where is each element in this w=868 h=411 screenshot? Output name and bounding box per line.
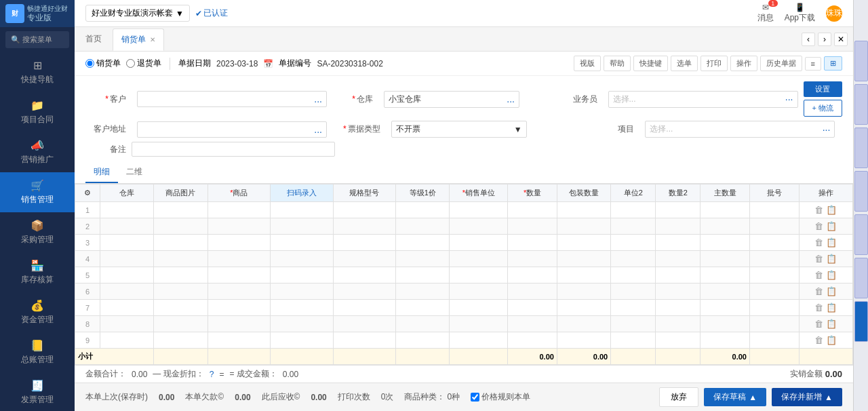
th-scan[interactable]: 扫码录入: [271, 184, 334, 202]
table-cell[interactable]: [208, 316, 271, 332]
project-input[interactable]: 选择... ···: [645, 121, 835, 138]
tab-close-button[interactable]: ✕: [150, 36, 155, 43]
btn-help[interactable]: 帮助: [604, 56, 631, 71]
table-cell[interactable]: [450, 300, 508, 316]
table-cell[interactable]: [333, 251, 396, 267]
delete-icon[interactable]: 🗑: [814, 237, 823, 248]
table-cell[interactable]: [508, 332, 557, 349]
right-panel-btn-2[interactable]: [854, 84, 868, 125]
table-cell[interactable]: [611, 332, 656, 349]
sidebar-item-funds[interactable]: 💰 资金管理: [0, 292, 75, 332]
table-cell[interactable]: [611, 300, 656, 316]
table-cell[interactable]: [656, 218, 701, 235]
table-cell[interactable]: [450, 332, 508, 349]
salesperson-picker-icon[interactable]: ···: [785, 94, 793, 104]
sidebar-item-project[interactable]: 📁 项目合同: [0, 92, 75, 132]
copy-icon[interactable]: 📋: [826, 319, 837, 329]
btn-shortcut[interactable]: 快捷键: [633, 56, 668, 71]
address-input[interactable]: ...: [137, 121, 327, 138]
table-cell[interactable]: [450, 316, 508, 332]
table-cell[interactable]: [749, 235, 799, 251]
table-cell[interactable]: [208, 218, 271, 235]
table-cell[interactable]: [701, 202, 750, 218]
table-cell[interactable]: [557, 332, 610, 349]
company-selector[interactable]: 好业财专业版演示帐套 ▼: [85, 5, 190, 22]
table-cell[interactable]: [450, 202, 508, 218]
table-cell[interactable]: [508, 267, 557, 283]
table-cell[interactable]: [557, 202, 610, 218]
calendar-icon[interactable]: 📅: [263, 59, 273, 68]
right-panel-btn-1[interactable]: [854, 41, 868, 81]
tab-close-all-button[interactable]: ✕: [834, 33, 848, 46]
table-cell[interactable]: [611, 202, 656, 218]
table-cell[interactable]: [749, 267, 799, 283]
table-cell[interactable]: [271, 300, 334, 316]
table-cell[interactable]: [333, 332, 396, 349]
copy-icon[interactable]: 📋: [826, 286, 837, 296]
tab-sales-bill[interactable]: 销货单 ✕: [113, 28, 164, 51]
table-cell[interactable]: [508, 300, 557, 316]
right-panel-btn-4[interactable]: [854, 171, 868, 212]
table-cell[interactable]: [450, 235, 508, 251]
table-cell[interactable]: [749, 202, 799, 218]
table-cell[interactable]: [508, 218, 557, 235]
table-cell[interactable]: [333, 235, 396, 251]
right-panel-btn-6[interactable]: [854, 258, 868, 298]
message-button[interactable]: ✉ 1 消息: [757, 3, 774, 24]
table-cell[interactable]: [208, 267, 271, 283]
table-cell[interactable]: [100, 332, 154, 349]
table-cell[interactable]: [271, 251, 334, 267]
table-cell[interactable]: [100, 300, 154, 316]
copy-icon[interactable]: 📋: [826, 335, 837, 345]
table-cell[interactable]: [749, 300, 799, 316]
table-cell[interactable]: [208, 235, 271, 251]
delete-icon[interactable]: 🗑: [814, 221, 823, 231]
table-cell[interactable]: [208, 251, 271, 267]
radio-return[interactable]: 退货单: [126, 58, 161, 69]
table-cell[interactable]: [749, 332, 799, 349]
remark-input[interactable]: [132, 142, 335, 157]
table-cell[interactable]: [611, 218, 656, 235]
table-cell[interactable]: [100, 202, 154, 218]
table-cell[interactable]: [656, 202, 701, 218]
search-menu-button[interactable]: 🔍 搜索菜单: [5, 31, 69, 48]
copy-icon[interactable]: 📋: [826, 302, 837, 313]
table-cell[interactable]: [508, 316, 557, 332]
tab-next-button[interactable]: ›: [818, 33, 831, 46]
table-cell[interactable]: [208, 283, 271, 300]
table-cell[interactable]: [701, 332, 750, 349]
table-cell[interactable]: [396, 267, 450, 283]
sidebar-item-quick-nav[interactable]: ⊞ 快捷导航: [0, 52, 75, 92]
tab-detail[interactable]: 明细: [85, 162, 118, 183]
table-cell[interactable]: [557, 300, 610, 316]
btn-setup[interactable]: 设置: [804, 81, 842, 97]
user-avatar[interactable]: 珠珠: [826, 5, 842, 22]
table-cell[interactable]: [100, 218, 154, 235]
price-check-input[interactable]: [471, 393, 479, 402]
table-cell[interactable]: [271, 283, 334, 300]
customer-input[interactable]: ...: [137, 91, 327, 107]
btn-history[interactable]: 历史单据: [760, 56, 802, 71]
sidebar-item-invoice[interactable]: 🧾 发票管理: [0, 372, 75, 411]
warehouse-picker-icon[interactable]: ...: [507, 94, 515, 104]
table-cell[interactable]: [396, 251, 450, 267]
copy-icon[interactable]: 📋: [826, 205, 837, 215]
table-cell[interactable]: [656, 267, 701, 283]
table-cell[interactable]: [271, 332, 334, 349]
table-cell[interactable]: [271, 316, 334, 332]
table-cell[interactable]: [154, 300, 208, 316]
right-panel-btn-3[interactable]: [854, 128, 868, 168]
table-cell[interactable]: [557, 218, 610, 235]
table-cell[interactable]: [611, 283, 656, 300]
delete-icon[interactable]: 🗑: [814, 302, 823, 313]
table-cell[interactable]: [508, 283, 557, 300]
btn-save-new[interactable]: 保存并新增 ▲: [772, 388, 842, 406]
btn-view-grid[interactable]: ⊞: [824, 56, 842, 71]
table-cell[interactable]: [701, 235, 750, 251]
table-cell[interactable]: [656, 316, 701, 332]
delete-icon[interactable]: 🗑: [814, 254, 823, 264]
table-cell[interactable]: [333, 316, 396, 332]
table-cell[interactable]: [557, 267, 610, 283]
table-cell[interactable]: [656, 283, 701, 300]
table-cell[interactable]: [154, 251, 208, 267]
